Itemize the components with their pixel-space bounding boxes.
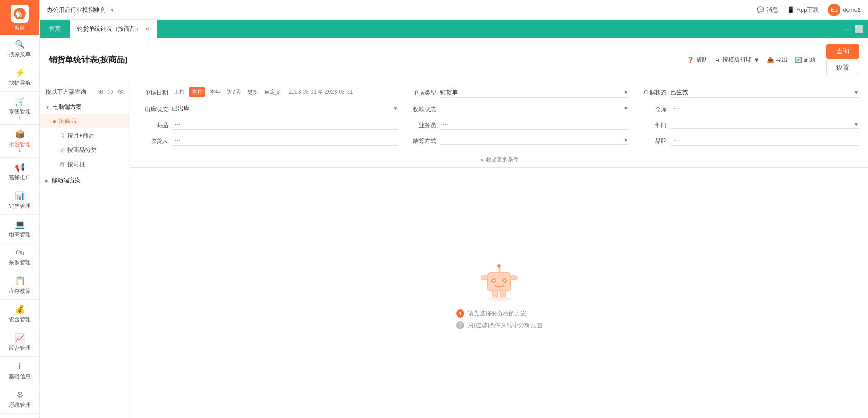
tree-item-by-month-goods[interactable]: 月 按月+商品 — [40, 128, 130, 143]
svg-point-6 — [504, 279, 506, 281]
sidebar-item-finance[interactable]: 💰 资金管理 — [0, 300, 39, 328]
tab-sales-stats[interactable]: 销货单统计表（按商品） ✕ — [70, 20, 157, 38]
sidebar-item-quicknav[interactable]: ⚡ 快捷导航 — [0, 63, 39, 92]
tree-item-icon: 司 — [60, 162, 65, 168]
tab-home[interactable]: 首页 — [40, 20, 70, 38]
tree-item-label: 按月+商品 — [67, 132, 94, 140]
sidebar-item-sales[interactable]: 📊 销售管理 — [0, 186, 39, 215]
svg-rect-2 — [488, 273, 510, 291]
brand-label: 品牌 — [638, 137, 670, 145]
svg-point-13 — [486, 297, 512, 301]
out-status-label: 出库状态 — [139, 105, 172, 114]
payment-label: 收款状态 — [407, 105, 440, 114]
filter-area: 单据日期 上月 本月 本年 近7天 更多 自定义 2023-03-01 至 20… — [130, 80, 868, 168]
tree-item-by-goods[interactable]: ● 按商品 — [40, 114, 130, 128]
sidebar-item-label: 快捷导航 — [9, 79, 31, 87]
panel-header-actions: ⊕ ⊙ ≪ — [98, 87, 124, 96]
export-icon: 📤 — [767, 57, 774, 63]
sidebar-item-marketing[interactable]: 📢 营销推广 — [0, 158, 39, 186]
tree-item-label: 按商品 — [59, 117, 76, 125]
dept-label: 部门 — [638, 121, 670, 129]
sidebar-item-label: 采购管理 — [9, 259, 31, 266]
industry-dropdown[interactable]: ▼ — [109, 7, 115, 13]
shortcut-custom[interactable]: 自定义 — [263, 87, 283, 97]
sidebar-item-inventory[interactable]: 📋 库存核算 — [0, 271, 39, 300]
tree-item-icon: 月 — [60, 133, 65, 139]
receiver-dots[interactable]: ··· — [175, 136, 180, 144]
tree-group-mobile-header[interactable]: ▶ 移动端方案 — [40, 174, 130, 187]
sidebar-item-label: 销售管理 — [9, 202, 31, 210]
sidebar-item-search[interactable]: 🔍 搜索菜单 — [0, 35, 39, 63]
print-btn[interactable]: 🖨 按模板打印 ▼ — [715, 56, 760, 64]
dept-control[interactable]: ▼ — [670, 121, 859, 129]
message-btn[interactable]: 💬 消息 — [757, 6, 778, 14]
operations-icon: 📈 — [15, 333, 25, 343]
brand-dots[interactable]: ··· — [673, 136, 679, 144]
out-status-chevron: ▼ — [393, 105, 398, 112]
tree-group-pc: ▼ 电脑端方案 ● 按商品 月 按月+商品 类 按商品分类 — [40, 100, 130, 172]
sidebar-item-system[interactable]: ⚙ 系统管理 — [0, 385, 39, 414]
sidebar-item-basic-info[interactable]: ℹ 基础信息 — [0, 357, 39, 385]
sidebar-item-collab[interactable]: 🤝 企业协同 — [0, 414, 39, 418]
doc-type-control[interactable]: 销货单 ▼ — [440, 88, 629, 98]
app-download-btn[interactable]: 📱 App下载 — [787, 6, 819, 14]
salesman-dots[interactable]: ··· — [443, 120, 448, 128]
sidebar-item-label: 库存核算 — [9, 287, 31, 295]
tree-group-pc-header[interactable]: ▼ 电脑端方案 — [40, 100, 130, 114]
empty-tip-1: 1 请先选择要分析的方案 — [456, 309, 542, 318]
receiver-label: 收货人 — [139, 137, 172, 145]
shortcut-this-month[interactable]: 本月 — [189, 87, 205, 97]
avatar-text: Ea — [831, 7, 838, 13]
sidebar-item-label: 资金管理 — [9, 316, 31, 323]
message-label: 消息 — [766, 6, 778, 14]
add-scheme-btn[interactable]: ⊕ — [98, 87, 104, 96]
user-menu[interactable]: Ea demo2 — [828, 4, 861, 16]
active-dot-icon: ● — [52, 118, 56, 125]
svg-rect-9 — [481, 276, 488, 280]
shortcut-last-month[interactable]: 上月 — [172, 87, 186, 97]
shortcut-this-year[interactable]: 本年 — [208, 87, 222, 97]
export-btn[interactable]: 📤 导出 — [767, 56, 788, 64]
warehouse-dots[interactable]: ··· — [673, 104, 679, 113]
doc-status-control[interactable]: 已生效 ▼ — [670, 88, 859, 98]
tabbar: 首页 销货单统计表（按商品） ✕ — ⬜ — [40, 20, 868, 38]
query-button[interactable]: 查询 — [826, 44, 859, 59]
page-header: 销货单统计表(按商品) ❓ 帮助 🖨 按模板打印 ▼ 📤 导出 🔄 刷新 — [40, 38, 868, 80]
tab-close-btn[interactable]: ✕ — [145, 26, 150, 32]
svg-rect-11 — [492, 290, 498, 297]
sidebar-item-label: 零售管理 — [9, 108, 31, 115]
sidebar-item-ecommerce[interactable]: 💻 电商管理 — [0, 215, 39, 243]
settlement-control[interactable]: ▼ — [440, 137, 629, 145]
tree-item-by-category[interactable]: 类 按商品分类 — [40, 143, 130, 157]
collapse-up-icon: ∧ — [480, 157, 484, 163]
purchase-icon: 🛍 — [16, 248, 24, 257]
doc-type-chevron: ▼ — [623, 89, 629, 95]
sidebar-item-operations[interactable]: 📈 经营管理 — [0, 328, 39, 357]
collapse-bar[interactable]: ∧ 收起更多条件 — [139, 152, 859, 167]
tree-item-by-driver[interactable]: 司 按司机 — [40, 157, 130, 172]
out-status-control[interactable]: 已出库 ▼ — [172, 104, 398, 114]
tip-num-1: 1 — [456, 309, 464, 318]
shortcut-7days[interactable]: 近7天 — [225, 87, 243, 97]
settings-scheme-btn[interactable]: ⊙ — [107, 87, 113, 96]
window-minimize-btn[interactable]: — — [843, 25, 850, 33]
logo-text: 标账 — [15, 24, 25, 31]
window-maximize-btn[interactable]: ⬜ — [854, 25, 863, 33]
main-wrapper: 办公用品行业模拟账套 ▼ 💬 消息 📱 App下载 Ea demo2 首页 — [40, 0, 868, 418]
settlement-label: 结算方式 — [407, 137, 440, 145]
tab-home-label: 首页 — [49, 25, 61, 33]
settings-button[interactable]: 设置 — [826, 61, 859, 75]
logo-icon: 畅 — [11, 5, 29, 23]
sidebar-item-retail[interactable]: 🛒 零售管理 ▼ — [0, 92, 39, 125]
sidebar-item-purchase[interactable]: 🛍 采购管理 — [0, 243, 39, 271]
payment-control[interactable]: ▼ — [440, 105, 629, 113]
tree-expand-icon: ▼ — [45, 105, 50, 110]
refresh-btn[interactable]: 🔄 刷新 — [795, 56, 816, 64]
svg-rect-10 — [510, 276, 517, 280]
help-btn[interactable]: ❓ 帮助 — [687, 56, 708, 64]
sidebar-item-wholesale[interactable]: 📦 批发管理 ▲ — [0, 125, 39, 158]
goods-dots[interactable]: ··· — [175, 120, 180, 128]
shortcut-more[interactable]: 更多 — [245, 87, 260, 97]
collapse-panel-btn[interactable]: ≪ — [117, 87, 124, 96]
goods-label: 商品 — [139, 121, 172, 129]
